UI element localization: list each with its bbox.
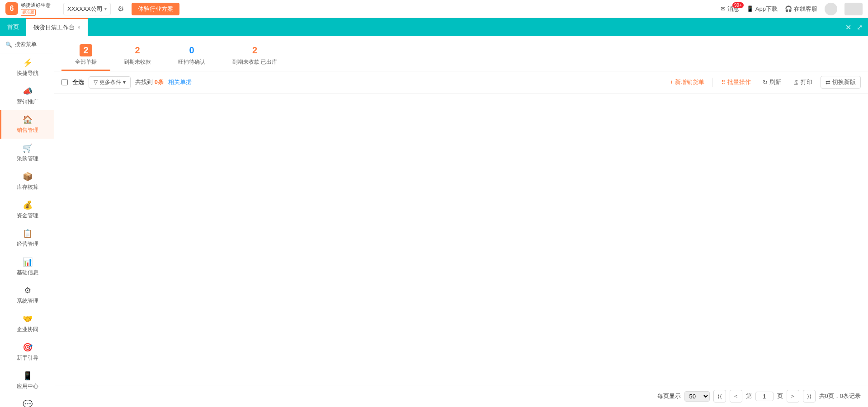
stat-num-overdue: 2 xyxy=(131,44,143,56)
filter-button[interactable]: ▽ 更多条件 ▾ xyxy=(89,76,131,89)
batch-operation-button[interactable]: ⠿ 批量操作 xyxy=(717,76,755,88)
wechat-icon: 💬 xyxy=(23,399,33,407)
tab-bar-actions: ✕ ⤢ xyxy=(844,22,868,33)
current-page-input[interactable] xyxy=(755,392,774,401)
service-icon: 🎧 xyxy=(785,5,792,12)
print-label: 打印 xyxy=(801,78,812,86)
table-icon: 📊 xyxy=(23,257,33,267)
table-area xyxy=(54,94,868,385)
result-text: 共找到 0条 xyxy=(135,78,164,86)
sidebar-item-corp-wechat[interactable]: 💬 企业微信 xyxy=(0,395,54,407)
related-link[interactable]: 相关单据 xyxy=(168,78,192,86)
money-icon: 💰 xyxy=(23,200,33,210)
tab-maximize-icon[interactable]: ⤢ xyxy=(855,22,864,33)
first-page-button[interactable]: ⟨⟨ xyxy=(713,390,726,402)
page-end-label: 页 xyxy=(777,392,783,400)
message-badge: 99+ xyxy=(732,2,744,8)
per-page-select[interactable]: 50 100 200 xyxy=(684,391,710,402)
online-service-button[interactable]: 🎧 在线客服 xyxy=(785,5,817,13)
message-icon: ✉ xyxy=(721,5,726,12)
handshake-icon: 🤝 xyxy=(23,314,33,324)
tab-close-icon[interactable]: × xyxy=(77,24,80,31)
switch-label: 切换新版 xyxy=(832,78,856,86)
sidebar-item-inventory[interactable]: 📦 库存核算 xyxy=(0,167,54,196)
stat-tab-all[interactable]: 2 全部单据 xyxy=(61,41,110,71)
sidebar-label-sales: 销售管理 xyxy=(17,126,38,134)
sidebar-label-operations: 经营管理 xyxy=(17,240,38,248)
prev-page-button[interactable]: ＜ xyxy=(730,390,742,402)
sidebar-label-marketing: 营销推广 xyxy=(17,98,38,106)
sidebar-item-purchase[interactable]: 🛒 采购管理 xyxy=(0,139,54,167)
stat-tab-overdue[interactable]: 2 到期未收款 xyxy=(110,41,165,71)
sidebar-label-corp-coop: 企业协同 xyxy=(17,326,38,333)
stat-label-wangfu: 旺辅待确认 xyxy=(178,58,205,66)
sales-icon: 🏠 xyxy=(23,115,33,125)
next-page-button[interactable]: ＞ xyxy=(787,390,799,402)
settings-button[interactable]: ⚙ xyxy=(114,3,127,15)
main-layout: 🔍 搜索菜单 ⚡ 快捷导航 📣 营销推广 🏠 销售管理 🛒 采购管理 📦 库存核… xyxy=(0,36,868,407)
add-sales-order-button[interactable]: + 新增销货单 xyxy=(666,76,708,88)
tab-daily-work[interactable]: 钱货日清工作台 × xyxy=(26,18,88,36)
system-icon: ⚙ xyxy=(24,285,31,295)
print-button[interactable]: 🖨 打印 xyxy=(789,76,816,88)
stat-tab-wangfu[interactable]: 0 旺辅待确认 xyxy=(165,41,219,71)
toolbar-left: 全选 ▽ 更多条件 ▾ 共找到 0条 相关单据 xyxy=(61,76,661,89)
sidebar-item-guide[interactable]: 🎯 新手引导 xyxy=(0,338,54,366)
divider xyxy=(712,78,713,87)
sidebar-label-system: 系统管理 xyxy=(17,297,38,305)
stat-label-overdue-shipped: 到期未收款 已出库 xyxy=(232,58,277,66)
search-icon: 🔍 xyxy=(5,42,12,48)
chevron-down-icon: ▾ xyxy=(104,6,107,11)
chevron-down-filter-icon: ▾ xyxy=(123,79,126,85)
stat-num-all: 2 xyxy=(80,44,92,56)
sidebar-item-sales[interactable]: 🏠 销售管理 xyxy=(0,110,54,139)
switch-icon: ⇄ xyxy=(826,79,830,86)
company-name: XXXXXX公司 xyxy=(67,5,103,13)
cart-icon: 🛒 xyxy=(23,143,33,153)
download-icon: 📱 xyxy=(746,5,754,12)
last-page-button[interactable]: ⟩⟩ xyxy=(803,390,816,402)
logo-area: 6 畅捷通好生意 标准版 xyxy=(5,2,60,16)
stat-num-wangfu: 0 xyxy=(185,44,198,56)
refresh-button[interactable]: ↻ 刷新 xyxy=(759,76,785,88)
stat-label-overdue: 到期未收款 xyxy=(124,58,151,66)
print-icon: 🖨 xyxy=(793,79,799,86)
batch-icon: ⠿ xyxy=(721,79,726,86)
company-selector[interactable]: XXXXXX公司 ▾ xyxy=(63,3,111,15)
toolbar: 全选 ▽ 更多条件 ▾ 共找到 0条 相关单据 + 新增销货单 xyxy=(54,71,868,94)
filter-icon: ▽ xyxy=(94,79,98,85)
sidebar-item-basic-info[interactable]: 📊 基础信息 xyxy=(0,253,54,281)
stats-tabs: 2 全部单据 2 到期未收款 0 旺辅待确认 2 到期未收款 已出库 xyxy=(54,36,868,71)
sidebar-search-label: 搜索菜单 xyxy=(15,41,37,48)
select-all-checkbox[interactable] xyxy=(61,79,68,85)
app-download-button[interactable]: 📱 App下载 xyxy=(746,5,778,13)
avatar[interactable] xyxy=(825,3,837,15)
sidebar-search-btn[interactable]: 🔍 搜索菜单 xyxy=(0,36,54,53)
sidebar-item-quick-nav[interactable]: ⚡ 快捷导航 xyxy=(0,53,54,82)
tab-close-window-icon[interactable]: ✕ xyxy=(844,22,853,33)
tab-home[interactable]: 首页 xyxy=(0,18,26,36)
header-right: ✉ 消息 99+ 📱 App下载 🎧 在线客服 xyxy=(721,3,863,15)
sidebar-item-corp-coop[interactable]: 🤝 企业协同 xyxy=(0,309,54,338)
sidebar: 🔍 搜索菜单 ⚡ 快捷导航 📣 营销推广 🏠 销售管理 🛒 采购管理 📦 库存核… xyxy=(0,36,54,407)
sidebar-item-operations[interactable]: 📋 经营管理 xyxy=(0,224,54,253)
stat-tab-overdue-shipped[interactable]: 2 到期未收款 已出库 xyxy=(219,41,291,71)
message-button[interactable]: ✉ 消息 99+ xyxy=(721,5,739,13)
refresh-icon: ↻ xyxy=(763,79,768,86)
filter-label: 更多条件 xyxy=(99,79,121,86)
user-name-area[interactable] xyxy=(844,3,863,15)
switch-new-version-button[interactable]: ⇄ 切换新版 xyxy=(821,76,861,89)
sidebar-label-purchase: 采购管理 xyxy=(17,155,38,163)
sidebar-item-system[interactable]: ⚙ 系统管理 xyxy=(0,281,54,309)
logo-icon: 6 xyxy=(5,2,18,15)
logo-name: 畅捷通好生意 xyxy=(21,2,51,8)
megaphone-icon: 📣 xyxy=(23,86,33,96)
sidebar-item-marketing[interactable]: 📣 营销推广 xyxy=(0,82,54,110)
sidebar-label-quick-nav: 快捷导航 xyxy=(17,70,38,77)
content-inner: 2 全部单据 2 到期未收款 0 旺辅待确认 2 到期未收款 已出库 xyxy=(54,36,868,407)
sidebar-item-app-center[interactable]: 📱 应用中心 xyxy=(0,366,54,395)
sidebar-label-basic-info: 基础信息 xyxy=(17,269,38,276)
pagination-bar: 每页显示 50 100 200 ⟨⟨ ＜ 第 页 ＞ ⟩⟩ 共0页，0条记录 xyxy=(54,385,868,407)
sidebar-item-finance[interactable]: 💰 资金管理 xyxy=(0,196,54,224)
trial-button[interactable]: 体验行业方案 xyxy=(132,3,179,15)
